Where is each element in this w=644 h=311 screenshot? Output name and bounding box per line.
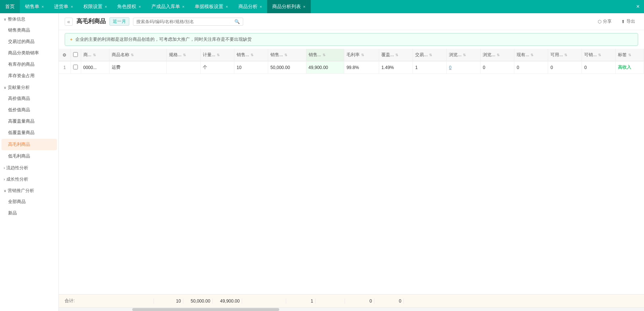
col-available[interactable]: 可用... ⇅ xyxy=(548,49,582,61)
sidebar-item-high-value[interactable]: 高价值商品 xyxy=(0,93,58,104)
col-browse1[interactable]: 浏览... ⇅ xyxy=(447,49,481,61)
sort-icon-saleable[interactable]: ⇅ xyxy=(598,53,601,57)
sidebar-item-high-coverage[interactable]: 高覆盖量商品 xyxy=(0,116,58,127)
sort-icon-cost[interactable]: ⇅ xyxy=(323,53,325,57)
scrollbar-thumb[interactable] xyxy=(132,308,279,311)
col-spec[interactable]: 规格... ⇅ xyxy=(166,49,200,61)
search-input[interactable] xyxy=(136,19,234,24)
sidebar-item-stock-capital[interactable]: 库存资金占用 xyxy=(0,70,58,82)
col-sales-amount[interactable]: 销售... ⇅ xyxy=(268,49,306,61)
nav-analysis-list-close[interactable]: × xyxy=(303,4,305,9)
cell-checkbox[interactable] xyxy=(71,61,81,74)
cell-name: 运费 xyxy=(109,61,167,74)
sort-icon-coverage[interactable]: ⇅ xyxy=(395,53,398,57)
col-unit[interactable]: 计量... ⇅ xyxy=(201,49,234,61)
col-name[interactable]: 商品名称 ⇅ xyxy=(109,49,167,61)
sidebar-item-low-value[interactable]: 低价值商品 xyxy=(0,104,58,116)
cell-sales-amount: 50,000.00 xyxy=(268,61,306,74)
sidebar-item-stocked-goods[interactable]: 有库存的商品 xyxy=(0,59,58,70)
footer-spacer1 xyxy=(80,299,154,304)
col-coverage[interactable]: 覆盖... ⇅ xyxy=(379,49,413,61)
content-header: « 高毛利商品 近一月 🔍 ⬡ 分享 ⬆ 导出 xyxy=(59,13,644,30)
nav-permissions[interactable]: 权限设置 × xyxy=(78,0,112,13)
sort-icon-browse2[interactable]: ⇅ xyxy=(497,53,500,57)
sort-icon-unit[interactable]: ⇅ xyxy=(217,53,220,57)
sort-icon-current[interactable]: ⇅ xyxy=(530,53,533,57)
sort-icon-code[interactable]: ⇅ xyxy=(93,53,96,57)
sort-icon-transaction[interactable]: ⇅ xyxy=(429,53,432,57)
nav-permissions-close[interactable]: × xyxy=(105,4,107,9)
sidebar-item-category-rate[interactable]: 商品分类助销率 xyxy=(0,47,58,59)
sidebar-item-sales-goods[interactable]: 销售类商品 xyxy=(0,25,58,36)
nav-analysis[interactable]: 商品分析 × xyxy=(233,0,267,13)
sidebar-group-growth[interactable]: › 成长性分析 xyxy=(0,173,58,185)
sidebar-item-traded-goods[interactable]: 交易过的商品 xyxy=(0,36,58,47)
export-button[interactable]: ⬆ 导出 xyxy=(618,17,638,26)
col-current[interactable]: 现有... ⇅ xyxy=(514,49,548,61)
search-icon[interactable]: 🔍 xyxy=(234,19,240,24)
col-saleable[interactable]: 可销... ⇅ xyxy=(582,49,616,61)
footer-transaction: 1 xyxy=(286,299,316,304)
sort-icon-gross[interactable]: ⇅ xyxy=(361,53,364,57)
sort-icon-spec[interactable]: ⇅ xyxy=(183,53,186,57)
window-close-button[interactable]: × xyxy=(632,0,644,13)
col-code[interactable]: 商... ⇅ xyxy=(81,49,109,61)
row-checkbox[interactable] xyxy=(73,65,78,69)
sidebar-item-new-goods[interactable]: 新品 xyxy=(0,207,58,219)
share-button[interactable]: ⬡ 分享 xyxy=(595,17,615,26)
col-transaction[interactable]: 交易... ⇅ xyxy=(413,49,447,61)
main-layout: ∨ 整体信息 销售类商品 交易过的商品 商品分类助销率 有库存的商品 库存资金占… xyxy=(0,13,644,311)
col-gross-rate[interactable]: 毛利率 ⇅ xyxy=(344,49,379,61)
sort-icon-amount[interactable]: ⇅ xyxy=(284,53,287,57)
nav-sales[interactable]: 销售单 × xyxy=(20,0,49,13)
filter-recent-month[interactable]: 近一月 xyxy=(109,17,129,26)
nav-home[interactable]: 首页 xyxy=(0,0,20,13)
footer-sales-cost: 49,900.00 xyxy=(213,299,242,304)
col-sales-qty[interactable]: 销售... ⇅ xyxy=(234,49,268,61)
nav-inventory-close[interactable]: × xyxy=(182,4,184,9)
cell-browse1[interactable]: 0 xyxy=(447,61,481,74)
sidebar: ∨ 整体信息 销售类商品 交易过的商品 商品分类助销率 有库存的商品 库存资金占… xyxy=(0,13,59,311)
col-sales-cost[interactable]: 销售... ⇅ xyxy=(306,49,344,61)
sidebar-group-marketing[interactable]: ∨ 营销推广分析 xyxy=(0,185,58,196)
sort-icon-browse1[interactable]: ⇅ xyxy=(463,53,466,57)
col-settings[interactable]: ⚙ xyxy=(59,49,71,61)
nav-template[interactable]: 单据模板设置 × xyxy=(190,0,233,13)
sidebar-item-low-coverage[interactable]: 低覆盖量商品 xyxy=(0,127,58,138)
nav-template-close[interactable]: × xyxy=(226,4,228,9)
nav-purchase-close[interactable]: × xyxy=(71,4,73,9)
sort-icon-name[interactable]: ⇅ xyxy=(131,53,134,57)
arrow-icon-overview: ∨ xyxy=(4,17,6,21)
sidebar-item-all-goods[interactable]: 全部商品 xyxy=(0,196,58,207)
select-all-checkbox[interactable] xyxy=(73,52,78,57)
sort-icon-available[interactable]: ⇅ xyxy=(564,53,567,57)
cell-sales-qty: 10 xyxy=(234,61,268,74)
nav-sales-close[interactable]: × xyxy=(42,4,44,9)
sort-icon-tag[interactable]: ⇅ xyxy=(628,53,631,57)
nav-inventory[interactable]: 产成品入库单 × xyxy=(146,0,190,13)
sidebar-collapse-button[interactable]: « xyxy=(65,18,73,26)
nav-analysis-close[interactable]: × xyxy=(260,4,262,9)
sidebar-item-low-margin[interactable]: 低毛利商品 xyxy=(0,151,58,162)
nav-roles[interactable]: 角色授权 × xyxy=(112,0,146,13)
sidebar-group-overview[interactable]: ∨ 整体信息 xyxy=(0,13,58,25)
search-box[interactable]: 🔍 xyxy=(133,18,243,26)
nav-roles-close[interactable]: × xyxy=(138,4,141,9)
cell-available: 0 xyxy=(548,61,582,74)
sidebar-group-contribution[interactable]: ∨ 贡献量分析 xyxy=(0,82,58,93)
cell-code: 0000... xyxy=(81,61,109,74)
sidebar-group-trend[interactable]: › 流趋性分析 xyxy=(0,162,58,173)
sidebar-item-high-margin[interactable]: 高毛利商品 xyxy=(1,139,57,150)
col-browse2[interactable]: 浏览... ⇅ xyxy=(481,49,514,61)
settings-icon[interactable]: ⚙ xyxy=(62,53,66,58)
nav-analysis-list[interactable]: 商品分析列表 × xyxy=(267,0,310,13)
nav-purchase[interactable]: 进货单 × xyxy=(49,0,78,13)
share-icon: ⬡ xyxy=(598,19,601,24)
col-tag[interactable]: 标签 ⇅ xyxy=(616,49,644,61)
footer-sales-qty: 10 xyxy=(154,299,183,304)
cell-coverage: 1.49% xyxy=(379,61,413,74)
horizontal-scrollbar[interactable] xyxy=(59,307,644,311)
sort-icon-qty[interactable]: ⇅ xyxy=(251,53,253,57)
col-checkbox[interactable] xyxy=(71,49,81,61)
arrow-icon-growth: › xyxy=(4,177,5,181)
